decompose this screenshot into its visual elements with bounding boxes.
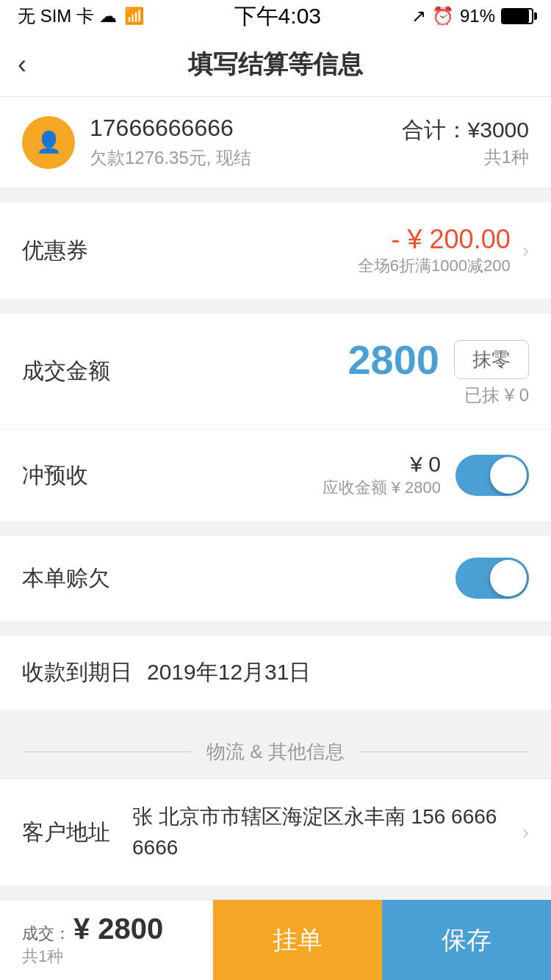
status-time: 下午4:03 — [234, 1, 321, 32]
duedate-value: 2019年12月31日 — [147, 657, 311, 688]
coupon-row[interactable]: 优惠券 - ¥ 200.00 全场6折满1000减200 › — [0, 202, 551, 299]
logistics-label: 物流 & 其他信息 — [206, 739, 345, 765]
customer-debt: 欠款1276.35元, 现结 — [90, 146, 251, 170]
precharge-receivable: 应收金额 ¥ 2800 — [323, 477, 441, 499]
address-label: 客户地址 — [22, 818, 110, 848]
bottom-summary-count: 共1种 — [22, 945, 191, 968]
address-chevron-icon: › — [522, 821, 529, 844]
duedate-row: 收款到期日 2019年12月31日 — [0, 635, 551, 710]
save-button[interactable]: 保存 — [382, 900, 551, 980]
logistics-divider: 物流 & 其他信息 — [0, 724, 551, 779]
total-amount: 合计：¥3000 — [402, 115, 529, 145]
precharge-row: 冲预收 ¥ 0 应收金额 ¥ 2800 — [0, 429, 551, 521]
deal-label: 成交金额 — [22, 356, 110, 386]
deal-amount-row: 成交金额 2800 抹零 已抹 ¥ 0 — [0, 314, 551, 429]
amount-section: 成交金额 2800 抹零 已抹 ¥ 0 冲预收 ¥ 0 应收金额 ¥ 2800 — [0, 314, 551, 521]
duedate-section: 收款到期日 2019年12月31日 — [0, 635, 551, 710]
bottom-summary-amount: ¥ 2800 — [73, 912, 163, 945]
wifi-icon: 📶 — [124, 7, 144, 26]
status-bar: 无 SIM 卡 ☁ 📶 下午4:03 ↗ ⏰ 91% — [0, 0, 551, 32]
bottom-bar: 成交： ¥ 2800 共1种 挂单 保存 — [0, 899, 551, 980]
debt-section: 本单赊欠 — [0, 536, 551, 621]
nav-title: 填写结算等信息 — [188, 48, 363, 82]
content: 👤 17666666666 欠款1276.35元, 现结 合计：¥3000 共1… — [0, 97, 551, 980]
debt-label: 本单赊欠 — [22, 563, 110, 594]
deal-sub-text: 已抹 ¥ 0 — [464, 383, 529, 407]
duedate-label: 收款到期日 — [22, 657, 132, 688]
precharge-toggle[interactable] — [455, 455, 529, 496]
pending-button[interactable]: 挂单 — [213, 900, 382, 980]
battery-icon — [501, 8, 533, 24]
avatar: 👤 — [22, 116, 75, 169]
precharge-label: 冲预收 — [22, 461, 88, 491]
customer-phone: 17666666666 — [90, 115, 251, 142]
battery-percent: 91% — [460, 6, 495, 26]
bottom-summary: 成交： ¥ 2800 共1种 — [0, 912, 213, 968]
debt-toggle-knob — [490, 560, 527, 597]
coupon-desc: 全场6折满1000减200 — [358, 255, 511, 277]
status-right: ↗ ⏰ 91% — [411, 6, 533, 26]
chevron-right-icon: › — [522, 239, 529, 262]
customer-total: 合计：¥3000 共1种 — [402, 115, 529, 169]
debt-toggle[interactable] — [455, 558, 529, 599]
rub-zero-button[interactable]: 抹零 — [454, 340, 529, 379]
toggle-knob — [490, 457, 527, 494]
divider-line-left — [22, 752, 192, 752]
coupon-section: 优惠券 - ¥ 200.00 全场6折满1000减200 › — [0, 202, 551, 299]
address-section: 客户地址 张 北京市市辖区海淀区永丰南 156 6666 6666 › — [0, 779, 551, 885]
back-button[interactable]: ‹ — [18, 49, 26, 80]
location-icon: ↗ — [411, 6, 426, 26]
status-left: 无 SIM 卡 ☁ 📶 — [18, 4, 144, 28]
nav-bar: ‹ 填写结算等信息 — [0, 32, 551, 97]
address-row[interactable]: 客户地址 张 北京市市辖区海淀区永丰南 156 6666 6666 › — [0, 779, 551, 885]
total-count: 共1种 — [402, 145, 529, 169]
divider-line-right — [359, 752, 529, 752]
deal-amount-value: 2800 — [347, 336, 439, 383]
coupon-discount: - ¥ 200.00 — [358, 224, 511, 255]
alarm-icon: ⏰ — [432, 6, 454, 26]
bottom-summary-label: 成交： — [22, 923, 71, 945]
precharge-amount: ¥ 0 — [323, 452, 441, 477]
debt-row: 本单赊欠 — [0, 536, 551, 621]
customer-card: 👤 17666666666 欠款1276.35元, 现结 合计：¥3000 共1… — [0, 97, 551, 187]
sim-label: 无 SIM 卡 ☁ — [18, 4, 117, 28]
coupon-label: 优惠券 — [22, 236, 88, 266]
address-value: 张 北京市市辖区海淀区永丰南 156 6666 6666 — [132, 801, 522, 863]
